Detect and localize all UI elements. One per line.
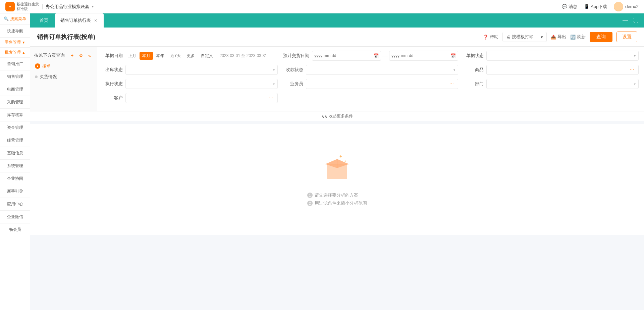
sidebar-item-sales[interactable]: 销售管理 [0, 70, 30, 83]
date-tab-this-month[interactable]: 本月 [140, 52, 153, 60]
svg-text:✦: ✦ [344, 159, 346, 163]
help-btn[interactable]: ❓ 帮助 [483, 34, 498, 40]
tab-maximize-btn[interactable]: ⛶ [632, 16, 640, 25]
scheme-item-by-order[interactable]: ● 按单 [30, 61, 97, 71]
out-status-label: 出库状态 [103, 67, 123, 73]
sidebar-item-basic-info[interactable]: 基础信息 [0, 147, 30, 160]
finance-label: 资金管理 [7, 125, 23, 131]
app-download-btn[interactable]: 📱 App下载 [584, 4, 607, 10]
dept-arrow: ▾ [634, 82, 636, 86]
tab-close-btn[interactable]: × [93, 18, 98, 23]
expected-date-from[interactable] [314, 53, 372, 58]
tab-minimize-btn[interactable]: — [621, 16, 629, 25]
user-name: demo2 [625, 4, 639, 9]
svg-text:✦: ✦ [339, 154, 343, 159]
enterprise-label: 企业协同 [7, 176, 23, 182]
tab-active[interactable]: 销售订单执行表 × [55, 13, 104, 28]
date-tab-7days[interactable]: 近7天 [168, 52, 183, 60]
date-tab-custom[interactable]: 自定义 [198, 52, 216, 60]
customer-label: 客户 [103, 95, 123, 101]
receipt-status-select[interactable]: ▾ [306, 65, 458, 75]
sidebar-item-finance[interactable]: 资金管理 [0, 121, 30, 134]
app-selector-dropdown[interactable]: ▾ [92, 5, 94, 8]
product-select[interactable]: ··· [486, 65, 639, 75]
doc-status-select[interactable]: ▾ [486, 51, 639, 61]
customer-more-btn[interactable]: ··· [267, 95, 274, 101]
sidebar-item-enterprise[interactable]: 企业协同 [0, 172, 30, 185]
sidebar-item-retail[interactable]: 零售管理 ▼ [0, 38, 30, 48]
out-status-select[interactable]: ▾ [125, 65, 278, 75]
filter-row-1: 单据日期 上月 本月 本年 近7天 更多 自定义 2023-03-01 至 20… [103, 51, 639, 61]
sidebar-item-purchase[interactable]: 采购管理 [0, 96, 30, 109]
salesperson-label: 业务员 [283, 81, 303, 87]
date-tab-this-year[interactable]: 本年 [154, 52, 167, 60]
sidebar-item-enterprise-wechat[interactable]: 企业微信 [0, 211, 30, 223]
add-scheme-btn[interactable]: + [69, 52, 75, 59]
date-tab-more[interactable]: 更多 [184, 52, 198, 60]
message-btn[interactable]: 💬 消息 [562, 4, 577, 10]
empty-step-1: 1 请先选择要分析的方案 [307, 192, 367, 198]
filter-field-out-status: 出库状态 ▾ [103, 65, 278, 75]
sidebar-item-app-center[interactable]: 应用中心 [0, 198, 30, 211]
filter-left-icons: + ⚙ « [69, 52, 93, 59]
receipt-status-arrow: ▾ [453, 68, 455, 72]
query-button[interactable]: 查询 [590, 32, 612, 42]
export-btn[interactable]: 📤 导出 [551, 34, 566, 40]
operations-label: 经营管理 [7, 138, 23, 143]
filter-field-expected-date: 预计交货日期 📅 — 📅 [283, 51, 458, 61]
salesperson-more-btn[interactable]: ··· [448, 81, 455, 87]
doc-status-arrow: ▾ [634, 54, 636, 58]
filter-row-3: 执行状态 ▾ 业务员 ··· [103, 79, 639, 89]
sidebar-item-system[interactable]: 系统管理 [0, 160, 30, 172]
calendar-to-icon[interactable]: 📅 [450, 53, 456, 58]
date-tab-last-month[interactable]: 上月 [125, 52, 139, 60]
filter-scheme-label: 按以下方案查询 [34, 52, 65, 58]
print-btn[interactable]: 🖨 按模板打印 [503, 32, 537, 42]
user-avatar-area[interactable]: demo2 [614, 2, 639, 11]
settings-button[interactable]: 设置 [616, 32, 637, 42]
out-status-arrow: ▾ [273, 68, 275, 72]
export-icon: 📤 [551, 35, 556, 40]
member-label: 畅会员 [9, 227, 21, 232]
header-left: 畅捷通好生意 标准版 | 办公用品行业模拟账套 ▾ [5, 2, 94, 11]
sidebar-item-newbie[interactable]: 新手引导 [0, 185, 30, 198]
salesperson-select[interactable]: ··· [306, 79, 458, 89]
doc-status-label: 单据状态 [464, 53, 484, 59]
expected-date-to[interactable] [391, 53, 449, 58]
tab-home[interactable]: 首页 [34, 13, 54, 28]
exec-status-select[interactable]: ▾ [125, 79, 278, 89]
app-title: 办公用品行业模拟账套 [46, 4, 89, 10]
sidebar-item-operations[interactable]: 经营管理 [0, 134, 30, 147]
expected-date-label: 预计交货日期 [283, 53, 309, 59]
filter-field-exec-status: 执行状态 ▾ [103, 79, 278, 89]
empty-state: ✦ ✦ 1 请先选择要分析的方案 2 用过滤条件来缩小分析范围 [30, 124, 644, 235]
sidebar-item-marketing[interactable]: 营销推广 [0, 58, 30, 70]
sidebar-item-wholesale[interactable]: 批发管理 ▲ [0, 48, 30, 58]
sidebar-item-inventory[interactable]: 库存核算 [0, 109, 30, 121]
purchase-label: 采购管理 [7, 99, 23, 105]
sidebar-item-ecommerce[interactable]: 电商管理 [0, 83, 30, 96]
product-more-btn[interactable]: ··· [629, 67, 636, 73]
step-2-num: 2 [307, 201, 313, 206]
customer-select[interactable]: ··· [125, 93, 278, 103]
sidebar-search[interactable]: 🔍 搜索菜单 [0, 13, 30, 25]
search-icon: 🔍 [4, 16, 9, 21]
wholesale-arrow: ▲ [22, 51, 25, 54]
exec-status-arrow: ▾ [273, 82, 275, 86]
scheme-active-icon: ● [35, 63, 40, 69]
sidebar-item-quick-nav[interactable]: 快捷导航 [0, 25, 30, 38]
collapse-bar[interactable]: ∧∧ 收起更多条件 [30, 111, 644, 121]
dept-select[interactable]: ▾ [486, 79, 639, 89]
avatar [614, 2, 623, 11]
settings-scheme-btn[interactable]: ⚙ [77, 52, 84, 59]
scheme-item-backorder[interactable]: 欠货情况 [30, 71, 97, 82]
calendar-from-icon[interactable]: 📅 [373, 53, 379, 58]
filter-row-4: 客户 ··· [103, 93, 639, 103]
sales-label: 销售管理 [7, 74, 23, 80]
top-header: 畅捷通好生意 标准版 | 办公用品行业模拟账套 ▾ 💬 消息 📱 App下载 d… [0, 0, 644, 13]
print-dropdown-btn[interactable]: ▾ [537, 33, 546, 41]
collapse-scheme-btn[interactable]: « [86, 52, 93, 59]
refresh-btn[interactable]: 🔄 刷新 [570, 34, 586, 40]
sidebar-item-member[interactable]: 畅会员 [0, 223, 30, 236]
filter-right-panel: 单据日期 上月 本月 本年 近7天 更多 自定义 2023-03-01 至 20… [97, 47, 644, 111]
